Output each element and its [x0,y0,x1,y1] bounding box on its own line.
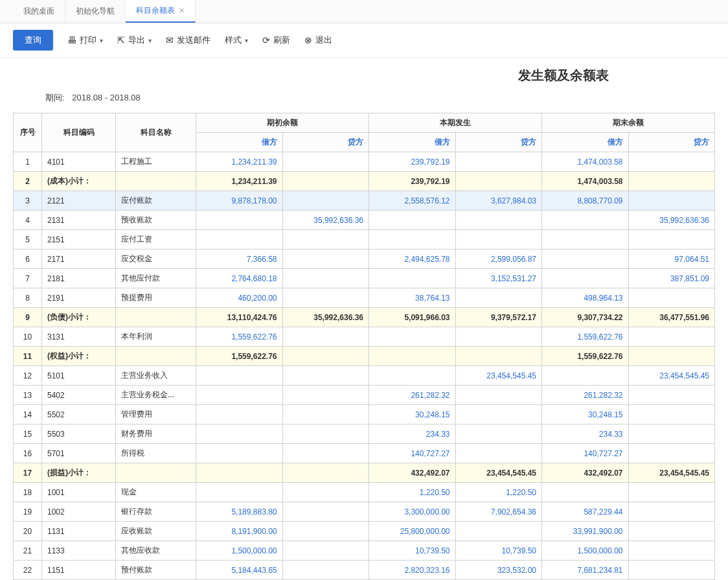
exit-icon: ⊗ [304,35,312,45]
cell-cur-credit [455,386,542,405]
table-row[interactable]: 62171应交税金7,366.582,494,625.782,599,056.8… [14,249,715,269]
cell-end-credit [628,405,715,424]
cell-name: 预付账款 [116,561,196,580]
th-seq[interactable]: 序号 [14,113,42,152]
table-row[interactable]: 72181其他应付款2,764,680.183,152,531.27387,85… [14,269,715,288]
th-cur-debit[interactable]: 借方 [369,133,456,152]
table-row[interactable]: 2(成本)小计：1,234,211.39239,792.191,474,003.… [14,172,715,191]
export-icon: ⇱ [117,35,125,45]
th-current[interactable]: 本期发生 [369,113,542,133]
cell-begin-credit [282,424,369,444]
label: 打印 [80,34,97,46]
table-row[interactable]: 125101主营业务收入23,454,545.4523,454,545.45 [14,366,715,386]
period-value: 2018.08 - 2018.08 [72,93,141,102]
cell-name: 应付工资 [116,230,196,249]
th-begin[interactable]: 期初余额 [196,113,369,133]
cell-end-credit [628,522,715,541]
table-row[interactable]: 155503财务费用234.33234.33 [14,424,715,444]
th-begin-debit[interactable]: 借方 [196,133,283,152]
table-row[interactable]: 165701所得税140,727.27140,727.27 [14,444,715,463]
table-row[interactable]: 201131应收账款8,191,900.0025,800,000.0033,99… [14,522,715,541]
cell-end-credit: 23,454,545.45 [628,366,715,386]
cell-code: 5402 [42,386,116,405]
cell-code: 2151 [42,230,116,249]
table-row[interactable]: 14101工程施工1,234,211.39239,792.191,474,003… [14,152,715,172]
th-name[interactable]: 科目名称 [116,113,196,152]
cell-seq: 4 [14,211,42,230]
cell-begin-credit: 35,992,636.36 [282,308,369,327]
table-row[interactable]: 181001现金1,220.501,220.50 [14,483,715,502]
cell-seq: 6 [14,249,42,269]
query-button[interactable]: 查询 [13,30,53,51]
close-icon[interactable]: ✕ [179,0,185,22]
cell-end-debit: 1,500,000.00 [542,541,629,561]
tab-desktop[interactable]: 我的桌面 [13,0,65,23]
cell-seq: 1 [14,152,42,172]
print-button[interactable]: 🖶 打印 ▾ [67,34,103,46]
cell-begin-credit [282,541,369,561]
export-button[interactable]: ⇱ 导出 ▾ [117,34,152,46]
cell-name: 应交税金 [116,249,196,269]
cell-cur-debit: 10,739.50 [369,541,456,561]
period-line: 期间: 2018.08 - 2018.08 [0,88,728,113]
cell-cur-credit [455,152,542,172]
cell-end-debit [542,249,629,269]
table-row[interactable]: 145502管理费用30,248.1530,248.15 [14,405,715,424]
cell-seq: 10 [14,327,42,347]
table-row[interactable]: 17(损益)小计：432,492.0723,454,545.45432,492.… [14,463,715,483]
tab-init-nav[interactable]: 初始化导航 [65,0,126,23]
th-cur-credit[interactable]: 贷方 [455,133,542,152]
cell-name: 所得税 [116,444,196,463]
cell-cur-credit: 323,532.00 [455,561,542,580]
cell-code: 1131 [42,522,116,541]
cell-end-credit: 23,454,545.45 [628,463,715,483]
cell-cur-debit: 239,792.19 [369,172,456,191]
label: 导出 [128,34,145,46]
table-row[interactable]: 211133其他应收款1,500,000.0010,739.5010,739.5… [14,541,715,561]
cell-seq: 16 [14,444,42,463]
th-begin-credit[interactable]: 贷方 [282,133,369,152]
cell-cur-credit [455,211,542,230]
cell-begin-credit [282,561,369,580]
th-end[interactable]: 期末余额 [542,113,715,133]
cell-seq: 17 [14,463,42,483]
th-end-debit[interactable]: 借方 [542,133,629,152]
table-row[interactable]: 221151预付账款5,184,443.652,820,323.16323,53… [14,561,715,580]
table-row[interactable]: 9(负债)小计：13,110,424.7635,992,636.365,091,… [14,308,715,327]
cell-seq: 13 [14,386,42,405]
cell-end-credit [628,288,715,308]
cell-end-debit: 140,727.27 [542,444,629,463]
cell-end-debit: 9,307,734.22 [542,308,629,327]
table-row[interactable]: 42131预收账款35,992,636.3635,992,636.36 [14,211,715,230]
refresh-button[interactable]: ⟳ 刷新 [262,34,290,46]
exit-button[interactable]: ⊗ 退出 [304,34,332,46]
label: 退出 [315,34,332,46]
table-row[interactable]: 32121应付账款9,878,178.002,558,576.123,627,9… [14,191,715,211]
table-row[interactable]: 103131本年利润1,559,622.761,559,622.76 [14,327,715,347]
balance-table: 序号 科目编码 科目名称 期初余额 本期发生 期末余额 借方 贷方 借方 贷方 … [13,113,715,580]
cell-name: 管理费用 [116,405,196,424]
cell-seq: 20 [14,522,42,541]
cell-code: 1002 [42,502,116,522]
cell-begin-debit [196,230,283,249]
cell-cur-credit [455,444,542,463]
mail-button[interactable]: ✉ 发送邮件 [166,34,210,46]
style-button[interactable]: 样式 ▾ [225,34,248,46]
table-row[interactable]: 11(权益)小计：1,559,622.761,559,622.76 [14,347,715,366]
cell-cur-credit [455,327,542,347]
cell-begin-debit: 1,500,000.00 [196,541,283,561]
table-row[interactable]: 135402主营业务税金...261,282.32261,282.32 [14,386,715,405]
table-row[interactable]: 191002银行存款5,189,883.803,300,000.007,902,… [14,502,715,522]
tab-balance-sheet[interactable]: 科目余额表 ✕ [126,0,196,23]
th-end-credit[interactable]: 贷方 [628,133,715,152]
cell-cur-debit: 25,800,000.00 [369,522,456,541]
cell-end-debit [542,366,629,386]
cell-begin-credit: 35,992,636.36 [282,211,369,230]
cell-cur-debit: 3,300,000.00 [369,502,456,522]
cell-name: 主营业务收入 [116,366,196,386]
th-code[interactable]: 科目编码 [42,113,116,152]
report-title: 发生额及余额表 [466,58,661,88]
table-row[interactable]: 82191预提费用460,200.0038,764.13498,964.13 [14,288,715,308]
table-row[interactable]: 52151应付工资 [14,230,715,249]
cell-begin-credit [282,444,369,463]
